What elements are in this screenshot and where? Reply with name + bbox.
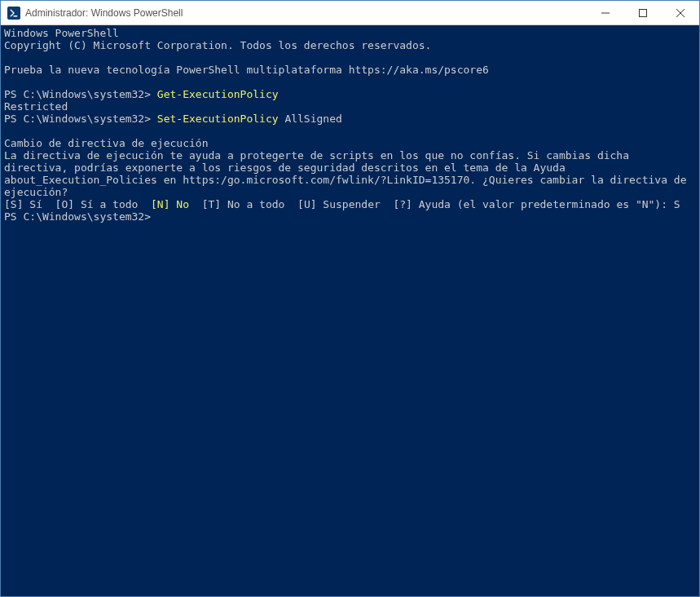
maximize-icon — [639, 9, 647, 17]
banner-line: Copyright (C) Microsoft Corporation. Tod… — [4, 39, 431, 51]
section-body: La directiva de ejecución te ayuda a pro… — [4, 149, 693, 198]
choice-answer: S — [674, 198, 680, 210]
choice-option: [T] No a todo — [189, 198, 284, 210]
svg-rect-2 — [640, 9, 647, 16]
choice-option: [U] Suspender — [284, 198, 380, 210]
close-button[interactable] — [662, 1, 699, 24]
choice-help: [?] Ayuda (el valor predeterminado es "N… — [381, 198, 674, 210]
minimize-button[interactable] — [587, 1, 624, 24]
prompt-prefix: PS C:\Windows\system32> — [4, 113, 157, 125]
window-controls — [587, 1, 699, 24]
choice-option: [O] Sí a todo — [42, 198, 138, 210]
powershell-window: Administrador: Windows PowerShell Window… — [0, 0, 700, 597]
prompt-prefix: PS C:\Windows\system32> — [4, 210, 151, 223]
choice-option: [S] Sí — [4, 198, 42, 210]
prompt-prefix: PS C:\Windows\system32> — [4, 88, 157, 100]
output-line: Restricted — [4, 100, 68, 113]
section-header: Cambio de directiva de ejecución — [4, 137, 208, 149]
window-title: Administrador: Windows PowerShell — [25, 7, 587, 19]
maximize-button[interactable] — [624, 1, 662, 24]
titlebar[interactable]: Administrador: Windows PowerShell — [1, 1, 699, 25]
command-text: Set-ExecutionPolicy — [157, 113, 279, 125]
choice-option-default: [N] No — [138, 198, 189, 210]
banner-line: Windows PowerShell — [4, 27, 119, 39]
terminal-area[interactable]: Windows PowerShell Copyright (C) Microso… — [1, 25, 699, 596]
powershell-icon — [7, 7, 20, 20]
minimize-icon — [601, 9, 610, 17]
command-arg: AllSigned — [279, 113, 342, 125]
banner-line: Prueba la nueva tecnología PowerShell mu… — [4, 64, 489, 76]
command-text: Get-ExecutionPolicy — [157, 88, 279, 100]
close-icon — [676, 9, 685, 17]
app-icon — [7, 7, 20, 20]
